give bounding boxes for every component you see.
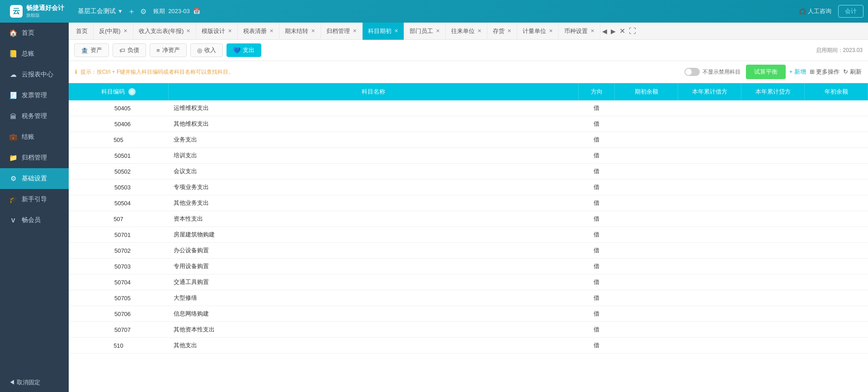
headset-icon: 🎧 bbox=[799, 8, 806, 15]
cell-period-balance bbox=[615, 132, 678, 148]
tab-close-archive-mgmt[interactable]: ✕ bbox=[353, 28, 357, 34]
sub-tab-income[interactable]: ◎ 收入 bbox=[190, 43, 223, 57]
cell-period-balance bbox=[615, 148, 678, 164]
sub-tab-net-assets[interactable]: ≡ 净资产 bbox=[150, 43, 187, 57]
col-settings-icon[interactable]: ⚙ bbox=[128, 88, 136, 95]
tab-annual-report[interactable]: 收入支出表(年报) ✕ bbox=[133, 23, 197, 40]
toggle-switch[interactable] bbox=[684, 68, 700, 76]
app-title: 畅捷通好会计 bbox=[26, 4, 64, 12]
cell-year-debit bbox=[678, 227, 741, 243]
sub-tab-expenditure[interactable]: 💙 支出 bbox=[226, 43, 261, 57]
sidebar-item-member[interactable]: V 畅会员 bbox=[0, 210, 69, 231]
add-tab-btn[interactable]: ＋ bbox=[127, 6, 136, 17]
tab-inventory[interactable]: 存货 ✕ bbox=[487, 23, 517, 40]
sidebar-item-home[interactable]: 🏠 首页 bbox=[0, 23, 69, 43]
cell-period-balance bbox=[615, 164, 678, 179]
tab-partners[interactable]: 往来单位 ✕ bbox=[446, 23, 487, 40]
table-row[interactable]: 50501 培训支出 借 bbox=[69, 148, 868, 164]
cell-code: 50502 bbox=[69, 164, 168, 179]
sub-tab-liability[interactable]: 🏷 负债 bbox=[113, 43, 146, 57]
table-row[interactable]: 507 资本性支出 借 bbox=[69, 211, 868, 227]
sub-tab-assets[interactable]: 🏦 资产 bbox=[74, 43, 109, 57]
sidebar-item-general-ledger[interactable]: 📒 总账 bbox=[0, 43, 69, 64]
sidebar-item-guide[interactable]: 🎓 新手引导 bbox=[0, 189, 69, 210]
tab-close-all-btn[interactable]: ✕ bbox=[618, 27, 627, 35]
tab-period-end[interactable]: 期末结转 ✕ bbox=[279, 23, 321, 40]
tab-fullscreen-btn[interactable]: ⛶ bbox=[627, 27, 638, 35]
collapse-btn[interactable]: ◀ 取消固定 bbox=[0, 373, 69, 392]
tab-template[interactable]: 模版设计 ✕ bbox=[196, 23, 238, 40]
more-btn[interactable]: ⊞ 更多操作 bbox=[810, 68, 840, 76]
tab-archive-mgmt[interactable]: 归档管理 ✕ bbox=[321, 23, 363, 40]
tab-period-report[interactable]: 反(中期) ✕ bbox=[94, 23, 133, 40]
table-row[interactable]: 50704 交通工具购置 借 bbox=[69, 274, 868, 290]
sidebar-item-tax[interactable]: 🏛 税务管理 bbox=[0, 106, 69, 127]
table-row[interactable]: 50705 大型修缮 借 bbox=[69, 290, 868, 306]
table-row[interactable]: 50503 专项业务支出 借 bbox=[69, 179, 868, 195]
sidebar-item-basic-settings[interactable]: ⚙ 基础设置 bbox=[0, 168, 69, 189]
table-row[interactable]: 50703 专用设备购置 借 bbox=[69, 259, 868, 274]
cell-name: 房屋建筑物购建 bbox=[168, 227, 579, 243]
table-row[interactable]: 50405 运维维权支出 借 bbox=[69, 100, 868, 116]
table-container[interactable]: 科目编码 ⚙ 科目名称 方向 期初余额 本年累计借方 本年累计贷方 年初余额 bbox=[69, 83, 868, 392]
cell-year-balance bbox=[805, 290, 868, 306]
cell-year-credit bbox=[741, 164, 805, 179]
sidebar-item-archive[interactable]: 📁 归档管理 bbox=[0, 147, 69, 168]
calendar-icon[interactable]: 📅 bbox=[193, 8, 200, 14]
table-row[interactable]: 50706 信息网络购建 借 bbox=[69, 306, 868, 322]
table-row[interactable]: 50502 会议支出 借 bbox=[69, 164, 868, 179]
cell-code: 50702 bbox=[69, 243, 168, 259]
sidebar-item-close-account[interactable]: 💼 结账 bbox=[0, 127, 69, 147]
tab-unit[interactable]: 计量单位 ✕ bbox=[517, 23, 559, 40]
cell-name: 其他维权支出 bbox=[168, 116, 579, 132]
kuaiji-btn[interactable]: 会计 bbox=[838, 5, 863, 18]
cell-name: 信息网络购建 bbox=[168, 306, 579, 322]
tab-tax-table[interactable]: 税表清册 ✕ bbox=[238, 23, 279, 40]
cell-name: 其他业务支出 bbox=[168, 195, 579, 211]
hint-icon: ℹ bbox=[75, 69, 77, 75]
col-header-year-debit: 本年累计借方 bbox=[678, 83, 741, 100]
tab-currency[interactable]: 币种设置 ✕ bbox=[559, 23, 600, 40]
tab-close-subject-initial[interactable]: ✕ bbox=[394, 28, 398, 34]
table-row[interactable]: 50702 办公设备购置 借 bbox=[69, 243, 868, 259]
cell-dir: 借 bbox=[579, 195, 615, 211]
tab-close-inventory[interactable]: ✕ bbox=[507, 28, 511, 34]
tab-close-dept-staff[interactable]: ✕ bbox=[436, 28, 440, 34]
tab-prev-btn[interactable]: ◀ bbox=[600, 28, 609, 35]
tab-close-currency[interactable]: ✕ bbox=[590, 28, 594, 34]
cell-period-balance bbox=[615, 259, 678, 274]
tab-home[interactable]: 首页 bbox=[71, 23, 94, 40]
tab-close-partners[interactable]: ✕ bbox=[477, 28, 481, 34]
sidebar-label-tax: 税务管理 bbox=[22, 112, 47, 120]
table-row[interactable]: 50701 房屋建筑物购建 借 bbox=[69, 227, 868, 243]
archive-icon: 📁 bbox=[9, 154, 17, 162]
table-row[interactable]: 50707 其他资本性支出 借 bbox=[69, 322, 868, 338]
tab-next-btn[interactable]: ▶ bbox=[609, 28, 618, 35]
add-btn[interactable]: + 新增 bbox=[789, 68, 806, 76]
sidebar-item-invoice[interactable]: 🧾 发票管理 bbox=[0, 85, 69, 106]
cell-year-credit bbox=[741, 179, 805, 195]
cell-year-credit bbox=[741, 132, 805, 148]
cell-period-balance bbox=[615, 116, 678, 132]
tab-dept-staff[interactable]: 部门员工 ✕ bbox=[404, 23, 446, 40]
balance-btn[interactable]: 试算平衡 bbox=[746, 65, 786, 79]
refresh-btn[interactable]: ↻ 刷新 bbox=[843, 68, 862, 76]
tab-close-unit[interactable]: ✕ bbox=[549, 28, 553, 34]
cell-year-debit bbox=[678, 132, 741, 148]
company-selector[interactable]: 基层工会测试 ▼ bbox=[78, 7, 123, 15]
tab-close-tax-table[interactable]: ✕ bbox=[269, 28, 274, 34]
settings-icon[interactable]: ⚙ bbox=[140, 7, 146, 16]
table-row[interactable]: 505 业务支出 借 bbox=[69, 132, 868, 148]
support-area[interactable]: 🎧 人工咨询 bbox=[799, 7, 831, 15]
tab-subject-initial[interactable]: 科目期初 ✕ bbox=[363, 23, 404, 40]
tab-close-annual-report[interactable]: ✕ bbox=[186, 28, 190, 34]
tab-close-period-end[interactable]: ✕ bbox=[311, 28, 315, 34]
cell-name: 专用设备购置 bbox=[168, 259, 579, 274]
tab-close-template[interactable]: ✕ bbox=[228, 28, 232, 34]
tab-close-period-report[interactable]: ✕ bbox=[123, 28, 127, 34]
table-row[interactable]: 50504 其他业务支出 借 bbox=[69, 195, 868, 211]
more-icon: ⊞ bbox=[810, 68, 815, 75]
sidebar-item-cloud-reports[interactable]: ☁ 云报表中心 bbox=[0, 64, 69, 85]
table-row[interactable]: 510 其他支出 借 bbox=[69, 338, 868, 354]
table-row[interactable]: 50406 其他维权支出 借 bbox=[69, 116, 868, 132]
